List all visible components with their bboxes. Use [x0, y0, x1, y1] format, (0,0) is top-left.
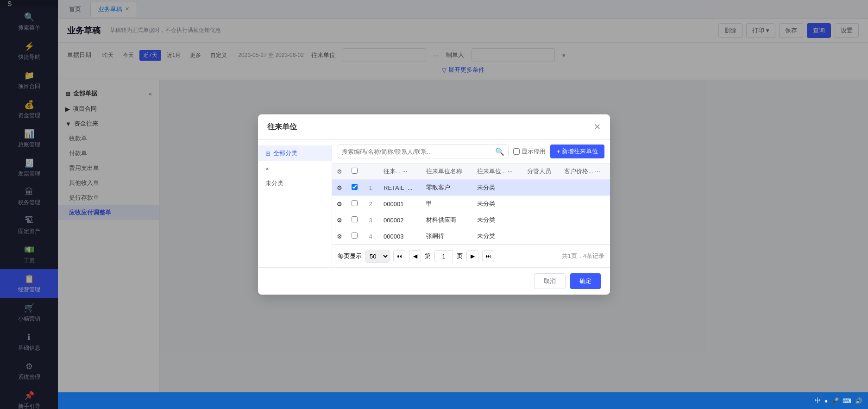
show-disabled-toggle[interactable]: 显示停用: [513, 147, 546, 156]
dialog-table: ⚙ 往来... ··· 往来单位名称 往来单位...: [332, 164, 610, 245]
row-category: 未分类: [472, 228, 523, 245]
taskbar: 中 ♦ 🎤 ⌨ 🔊: [58, 392, 868, 409]
col-name-header[interactable]: 往来单位名称: [421, 164, 472, 180]
row-manager: [522, 180, 560, 196]
page-size-select[interactable]: 50 100: [365, 250, 390, 263]
dialog-title: 往来单位: [267, 122, 297, 132]
dialog-search-icon: 🔍: [495, 147, 504, 156]
row-settings[interactable]: ⚙: [332, 228, 347, 245]
row-code: 000003: [379, 228, 421, 245]
taskbar-mic-icon[interactable]: 🎤: [831, 397, 839, 404]
row-price-level: [560, 196, 610, 212]
row-manager: [522, 228, 560, 245]
row-check[interactable]: [347, 180, 362, 196]
row-seq: 2: [362, 196, 379, 212]
row-name: 张嗣得: [421, 228, 472, 245]
row-code: RETAIL_...: [379, 180, 421, 196]
row-check[interactable]: [347, 212, 362, 228]
col-settings[interactable]: ⚙: [332, 164, 347, 180]
tree-grid-icon: ⊞: [265, 150, 270, 157]
row-price-level: [560, 212, 610, 228]
row-price-level: [560, 228, 610, 245]
taskbar-lang[interactable]: 中: [815, 396, 821, 405]
row-settings[interactable]: ⚙: [332, 212, 347, 228]
taskbar-volume-icon[interactable]: 🔊: [855, 397, 862, 404]
show-disabled-checkbox[interactable]: [513, 148, 520, 155]
row-checkbox[interactable]: [352, 200, 358, 206]
show-disabled-label: 显示停用: [522, 147, 546, 156]
dialog-right-panel: 🔍 显示停用 + 新增往来单位 ⚙: [332, 140, 610, 267]
page-first-button[interactable]: ⏮: [393, 250, 405, 262]
counterparty-table: ⚙ 往来... ··· 往来单位名称 往来单位...: [332, 164, 610, 245]
dialog-search-input[interactable]: [342, 148, 493, 155]
table-row[interactable]: ⚙ 1 RETAIL_... 零散客户 未分类: [332, 180, 610, 196]
dialog-search-box[interactable]: 🔍: [338, 145, 509, 158]
row-category: 未分类: [472, 196, 523, 212]
dialog-body: ⊞ 全部分类 « 未分类 🔍: [258, 140, 610, 267]
row-name: 材料供应商: [421, 212, 472, 228]
row-settings[interactable]: ⚙: [332, 196, 347, 212]
row-name: 甲: [421, 196, 472, 212]
tree-collapse-icon: «: [265, 165, 269, 172]
col-price-header[interactable]: 客户价格... ···: [560, 164, 610, 180]
row-settings[interactable]: ⚙: [332, 180, 347, 196]
page-label: 第: [425, 252, 431, 260]
col-category-header[interactable]: 往来单位... ···: [472, 164, 523, 180]
page-unit: 页: [457, 252, 463, 260]
dialog-header: 往来单位 ✕: [258, 114, 610, 140]
tree-item-all[interactable]: ⊞ 全部分类: [258, 145, 332, 161]
row-name: 零散客户: [421, 180, 472, 196]
add-counterparty-button[interactable]: + 新增往来单位: [550, 145, 604, 158]
row-price-level: [560, 180, 610, 196]
unclassified-label: 未分类: [265, 180, 283, 187]
row-checkbox[interactable]: [352, 216, 358, 222]
table-header-row: ⚙ 往来... ··· 往来单位名称 往来单位...: [332, 164, 610, 180]
page-number-input[interactable]: [434, 250, 453, 262]
taskbar-keyboard-icon[interactable]: ⌨: [843, 397, 851, 404]
row-code: 000002: [379, 212, 421, 228]
row-checkbox[interactable]: [352, 233, 358, 239]
page-prev-button[interactable]: ◀: [409, 250, 421, 262]
counterparty-dialog: 往来单位 ✕ ⊞ 全部分类 « 未分类: [258, 114, 610, 295]
row-seq: 4: [362, 228, 379, 245]
table-row[interactable]: ⚙ 2 000001 甲 未分类: [332, 196, 610, 212]
col-code-header[interactable]: 往来... ···: [379, 164, 421, 180]
row-check[interactable]: [347, 228, 362, 245]
cancel-button[interactable]: 取消: [534, 273, 566, 289]
table-row[interactable]: ⚙ 4 000003 张嗣得 未分类: [332, 228, 610, 245]
dialog-toolbar: 🔍 显示停用 + 新增往来单位: [332, 140, 610, 164]
page-total: 共1页，4条记录: [562, 252, 604, 260]
taskbar-icon1[interactable]: ♦: [824, 397, 828, 404]
confirm-button[interactable]: 确定: [570, 273, 601, 289]
col-check[interactable]: [347, 164, 362, 180]
page-last-button[interactable]: ⏭: [482, 250, 494, 262]
page-size-label: 每页显示: [338, 252, 362, 260]
row-seq: 1: [362, 180, 379, 196]
modal-overlay: 往来单位 ✕ ⊞ 全部分类 « 未分类: [0, 0, 868, 409]
row-seq: 3: [362, 212, 379, 228]
page-next-button[interactable]: ▶: [466, 250, 478, 262]
col-seq: [362, 164, 379, 180]
row-checkbox[interactable]: [352, 184, 358, 190]
tree-unclassified[interactable]: 未分类: [258, 176, 332, 191]
row-code: 000001: [379, 196, 421, 212]
row-category: 未分类: [472, 180, 523, 196]
dialog-pagination: 每页显示 50 100 ⏮ ◀ 第 页 ▶ ⏭ 共1页，4条记录: [332, 245, 610, 267]
row-category: 未分类: [472, 212, 523, 228]
table-row[interactable]: ⚙ 3 000002 材料供应商 未分类: [332, 212, 610, 228]
row-check[interactable]: [347, 196, 362, 212]
col-manager-header[interactable]: 分管人员: [522, 164, 560, 180]
dialog-tree: ⊞ 全部分类 « 未分类: [258, 140, 332, 267]
check-all-checkbox[interactable]: [352, 168, 358, 174]
tree-all-label: 全部分类: [273, 149, 297, 157]
dialog-actions: 取消 确定: [258, 267, 610, 295]
tree-item-collapse[interactable]: «: [258, 161, 332, 176]
row-manager: [522, 212, 560, 228]
row-manager: [522, 196, 560, 212]
dialog-close-button[interactable]: ✕: [594, 122, 601, 132]
